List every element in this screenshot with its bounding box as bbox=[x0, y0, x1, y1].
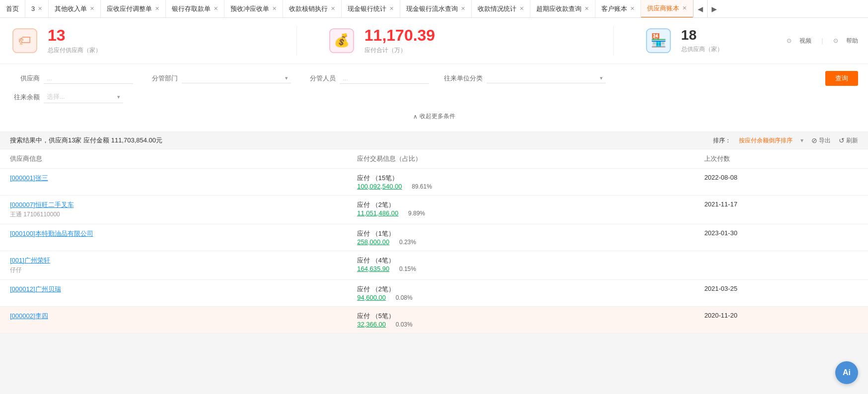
nav-tab-ar-ap-adjust[interactable]: 应收应付调整单 ✕ bbox=[101, 0, 166, 18]
th-tx-info: 应付交易信息（占比） bbox=[347, 149, 694, 169]
nav-tab-3[interactable]: 3 ✕ bbox=[25, 0, 49, 18]
nav-tab-home-label: 首页 bbox=[6, 4, 19, 13]
chevron-down-icon: ▾ bbox=[800, 137, 803, 144]
nav-tab-collection-stats[interactable]: 收款情况统计 ✕ bbox=[472, 0, 530, 18]
refresh-label: 刷新 bbox=[846, 136, 858, 145]
video-link[interactable]: 视频 bbox=[799, 37, 811, 45]
supplier-info-cell: [000001]张三 bbox=[0, 169, 347, 196]
tx-info-cell: 应付 （15笔） 100,092,540.00 89.61% bbox=[347, 169, 694, 196]
summary-card-total-amount: 💰 11,170.39 应付合计（万） bbox=[296, 26, 613, 56]
supplier-name-link[interactable]: [001]广州荣轩 bbox=[10, 256, 337, 265]
tx-type: 应付 （2笔） bbox=[357, 285, 395, 293]
supplier-table: 供应商信息 应付交易信息（占比） 上次付数 [000001]张三 应付 （15笔… bbox=[0, 149, 868, 333]
chevron-up-icon: ∧ bbox=[413, 113, 418, 120]
supplier-sub-info: 王通 17106110000 bbox=[10, 210, 337, 219]
store-icon-svg: 🏪 bbox=[645, 27, 672, 55]
tx-amount-link[interactable]: 164,635.90 bbox=[357, 265, 389, 272]
export-label: 导出 bbox=[819, 136, 831, 145]
nav-tab-overdue-query-label: 超期应收款查询 bbox=[536, 4, 581, 13]
table-header-row: 供应商信息 应付交易信息（占比） 上次付数 bbox=[0, 149, 868, 169]
supplier-info-cell: [000007]恒旺二手叉车 王通 17106110000 bbox=[0, 196, 347, 224]
tx-pct-value: 0.08% bbox=[396, 294, 413, 301]
close-icon[interactable]: ✕ bbox=[90, 5, 94, 12]
tx-amount-link[interactable]: 100,092,540.00 bbox=[357, 183, 402, 190]
payable-suppliers-num: 13 bbox=[48, 27, 101, 44]
refresh-button[interactable]: ↺ 刷新 bbox=[839, 136, 858, 145]
close-icon[interactable]: ✕ bbox=[272, 5, 277, 12]
close-icon[interactable]: ✕ bbox=[38, 5, 42, 12]
svg-text:💰: 💰 bbox=[334, 32, 350, 48]
nav-tab-overdue-query[interactable]: 超期应收款查询 ✕ bbox=[530, 0, 595, 18]
th-supplier-info: 供应商信息 bbox=[0, 149, 347, 169]
tx-amount-link[interactable]: 11,051,486.00 bbox=[357, 209, 398, 217]
tx-amount-link[interactable]: 94,600.00 bbox=[357, 294, 386, 301]
nav-tab-cash-flow-query[interactable]: 现金银行流水查询 ✕ bbox=[400, 0, 472, 18]
last-pay-date: 2020-11-20 bbox=[704, 312, 737, 319]
nav-tab-ar-ap-adjust-label: 应收应付调整单 bbox=[107, 4, 152, 13]
nav-prev-arrow[interactable]: ◀ bbox=[693, 0, 707, 18]
nav-next-arrow[interactable]: ▶ bbox=[707, 0, 721, 18]
dept-filter-label: 分管部门 bbox=[148, 74, 178, 83]
nav-tab-other-income-label: 其他收入单 bbox=[55, 4, 87, 13]
nav-tab-pre-receive[interactable]: 预收冲应收单 ✕ bbox=[224, 0, 283, 18]
filter-person: 分管人员 bbox=[306, 73, 429, 84]
ai-badge[interactable]: Ai bbox=[835, 361, 858, 384]
close-icon[interactable]: ✕ bbox=[630, 5, 635, 12]
supplier-name-link[interactable]: [000001]张三 bbox=[10, 174, 337, 183]
refresh-icon: ↺ bbox=[839, 136, 845, 144]
nav-tab-home[interactable]: 首页 bbox=[0, 0, 25, 18]
last-pay-cell: 2023-01-30 bbox=[694, 224, 868, 251]
query-button[interactable]: 查询 bbox=[825, 71, 858, 86]
filter-row-2: 往来余额 选择... ▾ bbox=[10, 91, 858, 103]
nav-tab-bank-deposit[interactable]: 银行存取款单 ✕ bbox=[166, 0, 224, 18]
last-pay-cell: 2021-03-25 bbox=[694, 280, 868, 307]
tx-amount-row: 100,092,540.00 89.61% bbox=[357, 183, 684, 190]
nav-tab-pre-receive-label: 预收冲应收单 bbox=[230, 4, 269, 13]
nav-tab-customer-book[interactable]: 客户账本 ✕ bbox=[595, 0, 641, 18]
tx-pct-value: 0.15% bbox=[399, 265, 416, 272]
supplier-name-link[interactable]: [000007]恒旺二手叉车 bbox=[10, 200, 337, 209]
filter-row-1: 供应商 分管部门 ▾ 分管人员 往来单位分类 ▾ 查询 bbox=[10, 71, 858, 86]
supplier-name-link[interactable]: [000100]本特勤油品有限公司 bbox=[10, 229, 337, 238]
close-icon[interactable]: ✕ bbox=[461, 5, 465, 12]
tx-pct-value: 89.61% bbox=[412, 183, 432, 190]
tx-amount-link[interactable]: 258,000.00 bbox=[357, 238, 389, 246]
close-icon[interactable]: ✕ bbox=[331, 5, 335, 12]
summary-text-amount: 11,170.39 应付合计（万） bbox=[364, 27, 435, 55]
close-icon[interactable]: ✕ bbox=[155, 5, 159, 12]
tx-detail: 应付 （2笔） bbox=[357, 285, 684, 294]
circle-icon: ⊙ bbox=[787, 37, 792, 44]
table-row: [001]广州荣轩 仔仔 应付 （4笔） 164,635.90 0.15% bbox=[0, 251, 868, 280]
supplier-name-link[interactable]: [000002]李四 bbox=[10, 312, 337, 321]
supplier-name-link[interactable]: [000012]广州贝瑞 bbox=[10, 285, 337, 294]
collapse-button[interactable]: ∧ 收起更多条件 bbox=[10, 110, 858, 123]
dept-select[interactable]: ▾ bbox=[182, 73, 291, 83]
filter-supplier: 供应商 bbox=[10, 73, 133, 84]
nav-tab-collection-exec[interactable]: 收款核销执行 ✕ bbox=[283, 0, 342, 18]
last-pay-date: 2021-03-25 bbox=[704, 285, 737, 292]
export-button[interactable]: ⊘ 导出 bbox=[811, 136, 831, 145]
category-select[interactable]: ▾ bbox=[487, 73, 606, 83]
balance-select-value: 选择... bbox=[47, 92, 117, 101]
tx-amount-link[interactable]: 32,366.00 bbox=[357, 321, 386, 328]
close-icon[interactable]: ✕ bbox=[389, 5, 394, 12]
nav-tab-supplier-book[interactable]: 供应商账本 ✕ bbox=[641, 0, 693, 18]
close-icon[interactable]: ✕ bbox=[519, 5, 524, 12]
nav-tab-other-income[interactable]: 其他收入单 ✕ bbox=[49, 0, 101, 18]
last-pay-date: 2021-11-17 bbox=[704, 200, 737, 208]
help-link[interactable]: 帮助 bbox=[846, 37, 858, 45]
nav-tab-cash-bank-stats[interactable]: 现金银行统计 ✕ bbox=[342, 0, 400, 18]
table-row: [000100]本特勤油品有限公司 应付 （1笔） 258,000.00 0.2… bbox=[0, 224, 868, 251]
tx-detail: 应付 （1笔） bbox=[357, 229, 684, 238]
last-pay-date: 2022-08-08 bbox=[704, 174, 737, 181]
tx-detail: 应付 （5笔） bbox=[357, 312, 684, 321]
tx-type: 应付 （5笔） bbox=[357, 312, 395, 320]
person-input[interactable] bbox=[340, 73, 429, 84]
sort-select[interactable]: 按应付余额倒序排序 bbox=[739, 136, 793, 145]
balance-filter-label: 往来余额 bbox=[10, 93, 40, 102]
supplier-input[interactable] bbox=[44, 73, 133, 84]
close-icon[interactable]: ✕ bbox=[682, 5, 687, 11]
close-icon[interactable]: ✕ bbox=[584, 5, 589, 12]
close-icon[interactable]: ✕ bbox=[214, 5, 218, 12]
balance-select[interactable]: 选择... ▾ bbox=[44, 91, 123, 103]
